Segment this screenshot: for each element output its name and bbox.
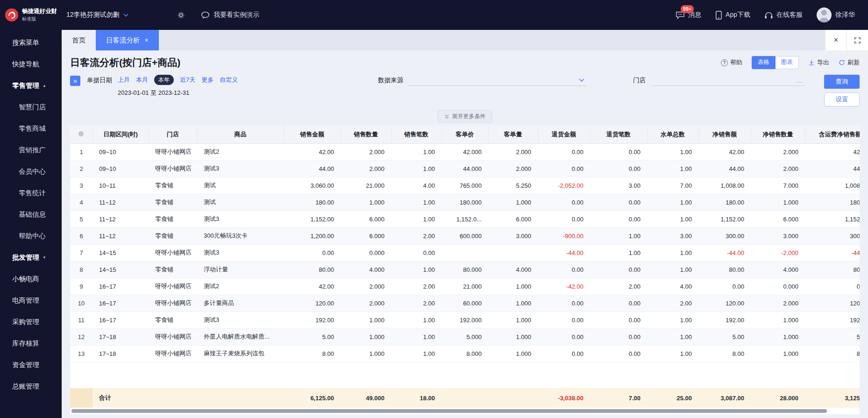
sidebar-item[interactable]: 营销推广 [0, 139, 62, 161]
date-quick-option[interactable]: 本年 [154, 75, 174, 85]
column-header[interactable]: 日期区间(时) [92, 126, 149, 143]
cell: 0.00 [698, 278, 751, 295]
date-quick-option[interactable]: 本月 [136, 76, 148, 84]
table-row[interactable]: 611~12零食铺300元畅玩3次卡1,200.006.0002.00600.0… [70, 227, 860, 244]
row-number: 2 [70, 160, 92, 177]
sidebar-item[interactable]: 资金管理 [0, 354, 62, 375]
datasource-select[interactable] [409, 75, 586, 86]
demo-link[interactable]: 我要看实例演示 [201, 11, 259, 19]
cell: 3.00 [647, 227, 698, 244]
chevron-down-icon [123, 14, 128, 17]
close-page-icon[interactable]: × [825, 30, 847, 50]
cell: 0.00 [538, 312, 590, 328]
help-button[interactable]: ? 帮助 [721, 58, 742, 67]
table-row[interactable]: 1016~17呀呀小铺网店多计量商品120.002.0002.0060.0001… [70, 295, 860, 312]
date-quick-option[interactable]: 更多 [201, 76, 213, 84]
sidebar-item[interactable]: 零售商城 [0, 118, 62, 139]
column-header[interactable]: 商品 [197, 126, 284, 143]
row-number: 7 [70, 244, 92, 261]
cell: 1.00 [391, 312, 441, 328]
table-row[interactable]: 916~17呀呀小铺网店测试242.002.0002.0021.0001.000… [70, 278, 860, 295]
sidebar-item[interactable]: 采购管理 [0, 311, 62, 333]
scrollbar-thumb[interactable] [71, 409, 827, 413]
column-header[interactable]: 销售数量 [341, 126, 391, 143]
table-row[interactable]: 714~15呀呀小铺网店测试30.000.0000.00-44.001.001.… [70, 244, 860, 261]
headset-icon [764, 11, 773, 19]
cell: 0.00 [590, 328, 647, 345]
sidebar-item[interactable]: 会员中心 [0, 161, 62, 182]
sidebar-item[interactable]: 零售统计 [0, 182, 62, 204]
cell: 零食铺 [149, 211, 197, 227]
row-number: 1 [70, 143, 92, 160]
horizontal-scrollbar[interactable] [70, 408, 860, 414]
sidebar-item[interactable]: 库存核算 [0, 333, 62, 354]
sidebar-item[interactable]: 搜索菜单 [0, 32, 62, 53]
cell: 1,152.00 [698, 211, 751, 227]
expand-more-conditions-button[interactable]: 展开更多条件 [438, 110, 492, 123]
column-header[interactable]: 含运费净销售额 [805, 126, 860, 143]
refresh-button[interactable]: 刷新 [839, 58, 860, 67]
table-row[interactable]: 310~11零食铺测试3,060.0021.0004.00765.0005.25… [70, 177, 860, 194]
close-tab-icon[interactable]: × [145, 36, 149, 44]
row-number: 12 [70, 328, 92, 345]
column-header[interactable]: 客单价 [441, 126, 488, 143]
user-menu[interactable]: 徐泽华 [817, 7, 855, 22]
column-header[interactable]: 客单量 [488, 126, 538, 143]
query-button[interactable]: 查询 [824, 75, 860, 89]
table-view-button[interactable]: 表格 [752, 56, 776, 69]
column-header[interactable]: 退货笔数 [590, 126, 647, 143]
column-settings-button[interactable] [70, 126, 92, 143]
column-header[interactable]: 销售笔数 [391, 126, 441, 143]
date-quick-option[interactable]: 自定义 [220, 76, 238, 84]
cell: 80.000 [441, 261, 488, 278]
sidebar-item[interactable]: 批发管理▼ [0, 247, 62, 268]
messages-button[interactable]: 99+ 消息 [676, 11, 701, 19]
table-row[interactable]: 1217~18呀呀小铺网店外星人电解质水电解质...5.001.0001.005… [70, 328, 860, 345]
page-title: 日客流分析(按门店+商品) [70, 56, 180, 69]
store-select[interactable]: ... [651, 75, 805, 86]
date-quick-option[interactable]: 上月 [118, 76, 130, 84]
date-range-value[interactable]: 2023-01-01 至 2023-12-31 [118, 89, 238, 97]
sidebar-item[interactable]: 帮助中心 [0, 225, 62, 247]
tab-home[interactable]: 首页 [62, 30, 96, 50]
tab-daily-traffic-analysis[interactable]: 日客流分析 × [96, 30, 159, 50]
column-header[interactable]: 净销售额 [698, 126, 751, 143]
table-row[interactable]: 511~12零食铺测试31,152.006.0001.001,152.0...6… [70, 211, 860, 227]
sidebar-item[interactable]: 零售管理▲ [0, 75, 62, 96]
settings-button[interactable]: 设置 [824, 92, 860, 106]
table-row[interactable]: 109~10呀呀小铺网店测试242.002.0001.0042.0002.000… [70, 143, 860, 160]
sidebar-item[interactable]: 总账管理 [0, 375, 62, 397]
help-label: 帮助 [730, 58, 742, 67]
ellipsis-icon[interactable]: ... [797, 76, 804, 84]
table-row[interactable]: 1116~17零食铺测试3192.001.0001.00192.0001.000… [70, 312, 860, 328]
sidebar-item[interactable]: 小畅电商 [0, 268, 62, 290]
column-header[interactable]: 净销售数量 [751, 126, 805, 143]
collapse-filter-icon[interactable]: » [70, 76, 80, 86]
column-header[interactable]: 退货金额 [538, 126, 590, 143]
chart-view-button[interactable]: 图表 [776, 56, 799, 69]
cell: 浮动计量 [197, 261, 284, 278]
column-header[interactable]: 水单总数 [647, 126, 698, 143]
settings-gear-icon[interactable] [177, 11, 185, 19]
column-header[interactable]: 销售金额 [284, 126, 341, 143]
cell: 10~11 [92, 177, 149, 194]
online-service-button[interactable]: 在线客服 [764, 11, 803, 19]
date-quick-option[interactable]: 近7天 [180, 76, 195, 84]
sidebar-item[interactable]: 基础信息 [0, 204, 62, 225]
sidebar-item-label: 零售统计 [19, 189, 46, 198]
sidebar-item[interactable]: 电商管理 [0, 290, 62, 311]
export-button[interactable]: 导出 [808, 58, 829, 67]
sidebar: 搜索菜单快捷导航零售管理▲智慧门店零售商城营销推广会员中心零售统计基础信息帮助中… [0, 30, 62, 418]
cell: 16~17 [92, 295, 149, 312]
account-select[interactable]: 12李艳芬测试勿删 [66, 11, 176, 19]
fullscreen-icon[interactable] [847, 30, 868, 50]
sidebar-item[interactable]: 智慧门店 [0, 96, 62, 118]
cell: 1.00 [647, 261, 698, 278]
table-row[interactable]: 411~12零食铺测试180.001.0001.00180.0001.0000.… [70, 194, 860, 211]
sidebar-item[interactable]: 快捷导航 [0, 53, 62, 75]
app-download-button[interactable]: App下载 [715, 11, 750, 20]
column-header[interactable]: 门店 [149, 126, 197, 143]
table-row[interactable]: 209~10呀呀小铺网店测试344.002.0001.0044.0002.000… [70, 160, 860, 177]
table-row[interactable]: 814~15零食铺浮动计量80.004.0001.0080.0004.0000.… [70, 261, 860, 278]
table-row[interactable]: 1317~18呀呀小铺网店麻辣王子麦烧系列连包8.001.0001.008.00… [70, 345, 860, 362]
